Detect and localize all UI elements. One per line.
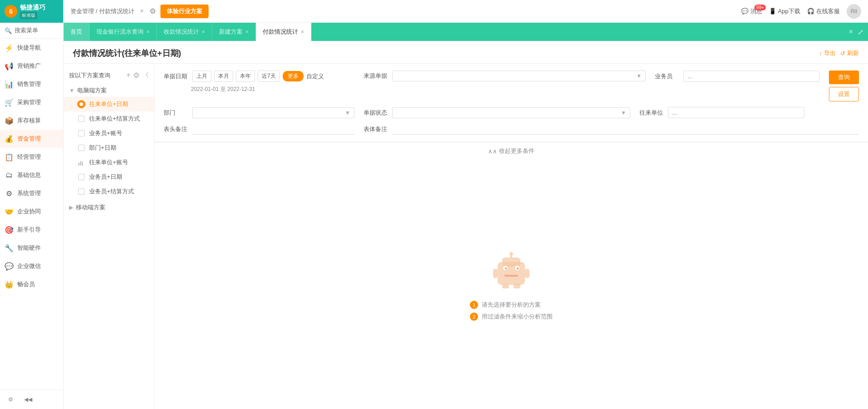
scheme-item-staff-account[interactable]: 业务员+账号 bbox=[64, 126, 154, 141]
sidebar-item-label: 企业协同 bbox=[17, 207, 41, 216]
inventory-icon: 📦 bbox=[5, 116, 14, 125]
scheme-item-counterpart-date[interactable]: 往来单位+日期 bbox=[64, 97, 154, 111]
tab-new-scheme[interactable]: 新建方案 × bbox=[212, 23, 256, 41]
sidebar-item-operations[interactable]: 📋 经营管理 bbox=[0, 148, 63, 166]
search-menu[interactable]: 🔍 搜索菜单 bbox=[0, 23, 63, 39]
sidebar-item-basic[interactable]: 🗂 基础信息 bbox=[0, 166, 63, 184]
sidebar-item-enterprise[interactable]: 🤝 企业协同 bbox=[0, 202, 63, 221]
scheme-section-mobile: ▶ 移动端方案 bbox=[64, 201, 154, 214]
messages-btn[interactable]: 💬 消息 99+ bbox=[741, 7, 762, 15]
sidebar-item-quick-nav[interactable]: ⚡ 快捷导航 bbox=[0, 39, 63, 57]
topbar-right: 💬 消息 99+ 📱 App下载 🎧 在线客服 Rit bbox=[741, 4, 861, 19]
date-btn-this-month[interactable]: 本月 bbox=[214, 71, 233, 82]
refresh-btn[interactable]: ↺ 刷新 bbox=[840, 49, 859, 57]
counterpart-input[interactable] bbox=[668, 107, 804, 118]
sidebar-collapse-btn[interactable]: ◀◀ bbox=[20, 394, 36, 404]
search-label: 搜索菜单 bbox=[15, 26, 38, 35]
message-icon: 💬 bbox=[741, 8, 748, 15]
operations-icon: 📋 bbox=[5, 152, 14, 162]
sidebar-item-sales[interactable]: 📊 销售管理 bbox=[0, 75, 63, 93]
scheme-item-label: 部门+日期 bbox=[89, 144, 116, 152]
sidebar-item-finance[interactable]: 💰 资金管理 bbox=[0, 130, 63, 148]
sidebar-item-inventory[interactable]: 📦 库存核算 bbox=[0, 111, 63, 130]
scheme-item-staff-date[interactable]: 业务员+日期 bbox=[64, 170, 154, 184]
tab-receipt[interactable]: 收款情况统计 × bbox=[157, 23, 212, 41]
service-icon: 🎧 bbox=[807, 8, 814, 15]
tab-payment-close[interactable]: × bbox=[301, 29, 304, 35]
section-collapse-icon: ▼ bbox=[69, 87, 75, 94]
app-download-label: App下载 bbox=[778, 7, 800, 15]
collapse-bar[interactable]: ∧∧ 收起更多条件 bbox=[155, 142, 868, 160]
online-service-btn[interactable]: 🎧 在线客服 bbox=[807, 7, 840, 15]
guide-icon: 🎯 bbox=[5, 225, 14, 234]
empty-hint-2: 2 用过滤条件来缩小分析范围 bbox=[470, 313, 553, 321]
topbar-settings-icon[interactable]: ⚙ bbox=[150, 7, 156, 15]
add-scheme-btn[interactable]: + bbox=[126, 71, 130, 80]
date-btn-last-month[interactable]: 上月 bbox=[192, 71, 211, 82]
tab-bank-close[interactable]: × bbox=[146, 29, 150, 35]
tab-receipt-close[interactable]: × bbox=[202, 29, 205, 35]
tab-payment-label: 付款情况统计 bbox=[263, 28, 298, 36]
user-avatar[interactable]: Rit bbox=[847, 4, 861, 19]
tab-maximize-btn[interactable]: ⤢ bbox=[858, 28, 863, 36]
date-btn-this-year[interactable]: 本年 bbox=[236, 71, 255, 82]
refresh-label: 刷新 bbox=[847, 49, 859, 57]
doc-status-select[interactable]: ▼ bbox=[392, 107, 630, 118]
custom-label: 自定义 bbox=[306, 72, 331, 81]
collapse-label: 收起更多条件 bbox=[499, 147, 534, 155]
scheme-item-staff-settle[interactable]: 业务员+结算方式 bbox=[64, 184, 154, 199]
tab-home[interactable]: 首页 bbox=[64, 23, 90, 41]
finance-icon: 💰 bbox=[5, 134, 14, 143]
topbar-breadcrumb: 资金管理 / 付款情况统计 bbox=[70, 7, 135, 15]
scheme-item-counterpart-settle[interactable]: 往来单位+结算方式 bbox=[64, 111, 154, 126]
source-doc-select[interactable]: ▼ bbox=[392, 71, 646, 81]
sidebar-settings-btn[interactable]: ⚙ bbox=[5, 394, 17, 404]
scheme-settings-btn[interactable]: ⚙ bbox=[133, 71, 140, 80]
app-logo: 6 畅捷通巧 标准版 bbox=[0, 0, 63, 23]
tab-close-all-btn[interactable]: × bbox=[849, 28, 853, 36]
sidebar-item-hardware[interactable]: 🔧 智能硬件 bbox=[0, 239, 63, 257]
svg-point-3 bbox=[509, 252, 513, 256]
sidebar-item-label: 营销推广 bbox=[17, 62, 41, 70]
date-btn-more[interactable]: 更多 bbox=[283, 71, 304, 81]
sidebar-item-system[interactable]: ⚙ 系统管理 bbox=[0, 184, 63, 202]
sidebar-item-marketing[interactable]: 📢 营销推广 bbox=[0, 57, 63, 75]
scheme-section-mobile-header[interactable]: ▶ 移动端方案 bbox=[64, 201, 154, 214]
scheme-square-icon bbox=[77, 115, 85, 123]
scheme-item-dept-date[interactable]: 部门+日期 bbox=[64, 141, 154, 155]
export-label: 导出 bbox=[824, 49, 836, 57]
date-range-row: 2022-01-01 至 2022-12-31 bbox=[164, 86, 354, 93]
svg-rect-8 bbox=[504, 275, 518, 277]
sidebar-item-wechat[interactable]: 💬 企业微信 bbox=[0, 257, 63, 275]
filter-settings-btn[interactable]: 设置 bbox=[829, 87, 859, 101]
hardware-icon: 🔧 bbox=[5, 243, 14, 252]
sidebar-item-guide[interactable]: 🎯 新手引导 bbox=[0, 221, 63, 239]
enterprise-icon: 🤝 bbox=[5, 207, 14, 216]
tab-bank[interactable]: 现金银行流水查询 × bbox=[90, 23, 157, 41]
dept-chevron: ▼ bbox=[345, 110, 350, 116]
breadcrumb-chevron: ▼ bbox=[139, 8, 145, 15]
query-btn[interactable]: 查询 bbox=[829, 71, 859, 84]
scheme-section-desktop-header[interactable]: ▼ 电脑端方案 bbox=[64, 84, 154, 97]
tab-bank-label: 现金银行流水查询 bbox=[96, 28, 144, 36]
app-download-btn[interactable]: 📱 App下载 bbox=[769, 7, 800, 15]
app-name: 畅捷通巧 bbox=[20, 4, 45, 11]
sidebar-item-member[interactable]: 👑 畅会员 bbox=[0, 275, 63, 293]
tab-new-scheme-close[interactable]: × bbox=[245, 29, 249, 35]
date-btn-last7[interactable]: 近7天 bbox=[258, 71, 280, 82]
dept-select[interactable]: ▼ bbox=[192, 107, 354, 118]
sidebar-item-purchase[interactable]: 🛒 采购管理 bbox=[0, 93, 63, 111]
tab-payment[interactable]: 付款情况统计 × bbox=[256, 23, 311, 41]
trial-btn[interactable]: 体验行业方案 bbox=[160, 5, 209, 18]
left-panel-actions: + ⚙ 《 bbox=[126, 71, 149, 80]
scheme-item-label: 往来单位+结算方式 bbox=[89, 115, 140, 123]
export-btn[interactable]: ↑ 导出 bbox=[819, 49, 836, 57]
doc-status-label: 单据状态 bbox=[364, 109, 389, 117]
left-panel: 按以下方案查询 + ⚙ 《 ▼ 电脑端方案 bbox=[64, 64, 155, 409]
tab-home-label: 首页 bbox=[70, 28, 82, 36]
scheme-item-counterpart-account[interactable]: 往来单位+账号 bbox=[64, 155, 154, 170]
search-icon: 🔍 bbox=[5, 27, 12, 34]
panel-collapse-btn[interactable]: 《 bbox=[142, 71, 149, 80]
staff-input[interactable] bbox=[683, 71, 820, 82]
sidebar-item-label: 畅会员 bbox=[17, 280, 35, 288]
